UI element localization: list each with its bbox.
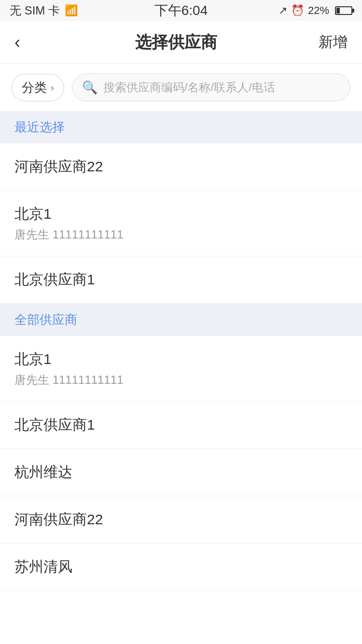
chevron-right-icon: › [51, 82, 54, 93]
item-name: 北京1 [14, 204, 348, 224]
add-button[interactable]: 新增 [309, 32, 348, 52]
list-item[interactable]: 河南供应商22 [0, 496, 362, 544]
all-section-header: 全部供应商 [0, 304, 362, 336]
category-label: 分类 [22, 79, 47, 96]
sim-status: 无 SIM 卡 [10, 3, 60, 18]
list-item[interactable]: 杭州维达 [0, 449, 362, 496]
recent-section-header: 最近选择 [0, 111, 362, 143]
status-left: 无 SIM 卡 📶 [10, 3, 78, 18]
item-name: 苏州清风 [14, 557, 348, 577]
item-name: 河南供应商22 [14, 510, 348, 530]
nav-bar: ‹ 选择供应商 新增 [0, 21, 362, 64]
search-box[interactable]: 🔍 搜索供应商编码/名称/联系人/电话 [72, 73, 350, 101]
wifi-icon: 📶 [65, 4, 78, 17]
item-name: 杭州维达 [14, 462, 348, 482]
alarm-icon: ⏰ [291, 4, 304, 17]
battery-percent: 22% [308, 4, 329, 17]
list-item[interactable]: 苏州清风 [0, 544, 362, 591]
item-name: 北京1 [14, 350, 348, 369]
list-item[interactable]: 北京1唐先生 11111111111 [0, 336, 362, 402]
page-title: 选择供应商 [43, 31, 309, 54]
all-list: 北京1唐先生 11111111111北京供应商1杭州维达河南供应商22苏州清风 [0, 336, 362, 591]
list-item[interactable]: 河南供应商22 [0, 143, 362, 191]
battery-icon [335, 6, 352, 15]
status-right: ↗ ⏰ 22% [278, 4, 352, 17]
back-button[interactable]: ‹ [14, 32, 43, 53]
recent-list: 河南供应商22北京1唐先生 11111111111北京供应商1 [0, 143, 362, 304]
item-sub: 唐先生 11111111111 [14, 227, 348, 242]
item-name: 河南供应商22 [14, 157, 348, 177]
item-name: 北京供应商1 [14, 270, 348, 290]
status-time: 下午6:04 [154, 1, 208, 20]
list-item[interactable]: 北京1唐先生 11111111111 [0, 191, 362, 256]
category-button[interactable]: 分类 › [12, 74, 64, 101]
list-item[interactable]: 北京供应商1 [0, 402, 362, 449]
search-placeholder: 搜索供应商编码/名称/联系人/电话 [103, 80, 275, 95]
filter-bar: 分类 › 🔍 搜索供应商编码/名称/联系人/电话 [0, 64, 362, 111]
list-item[interactable]: 北京供应商1 [0, 256, 362, 304]
status-bar: 无 SIM 卡 📶 下午6:04 ↗ ⏰ 22% [0, 0, 362, 21]
location-icon: ↗ [278, 4, 287, 17]
item-name: 北京供应商1 [14, 415, 348, 435]
search-icon: 🔍 [82, 80, 97, 95]
item-sub: 唐先生 11111111111 [14, 372, 348, 388]
